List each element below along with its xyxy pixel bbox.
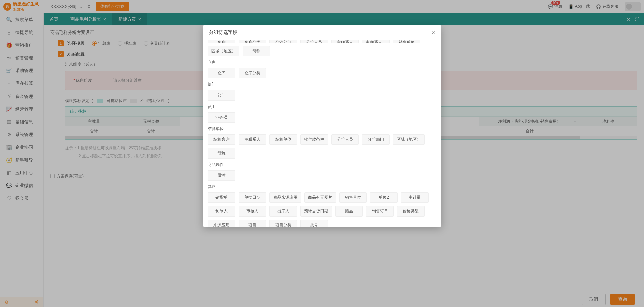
- field-chip[interactable]: 属性: [208, 170, 235, 181]
- modal-header: 分组待选字段 ✕: [203, 25, 441, 40]
- field-chip[interactable]: 审核人: [239, 206, 266, 217]
- field-chip[interactable]: 收付款条件: [300, 134, 328, 145]
- field-chip[interactable]: 商品来源应用: [269, 192, 301, 203]
- field-chip[interactable]: 仓库分类: [239, 68, 266, 78]
- field-chip[interactable]: 销售单位: [339, 192, 367, 203]
- field-chip[interactable]: 分管人员: [300, 40, 328, 43]
- group-title: 商品属性: [208, 162, 434, 168]
- field-chip[interactable]: 业务员: [208, 112, 235, 123]
- field-chip[interactable]: 分管部门: [269, 40, 297, 43]
- field-chip[interactable]: 区域（地区）: [393, 134, 425, 145]
- field-chip[interactable]: 分管部门: [362, 134, 390, 145]
- field-chip[interactable]: 批号: [300, 220, 328, 227]
- field-chip[interactable]: 预计交货日期: [300, 206, 332, 217]
- field-chip[interactable]: 简称: [243, 46, 270, 56]
- group-title: 员工: [208, 104, 434, 110]
- modal-title: 分组待选字段: [209, 29, 237, 36]
- field-chip[interactable]: 商品有无图片: [304, 192, 336, 203]
- field-chip[interactable]: 单据日期: [239, 192, 266, 203]
- field-chip[interactable]: 项目: [239, 220, 266, 227]
- field-group: 员工业务员: [208, 104, 434, 123]
- group-title: 结算单位: [208, 126, 434, 132]
- field-chip[interactable]: 主联系人: [239, 134, 266, 145]
- field-chip[interactable]: 来源应用: [208, 220, 235, 227]
- field-chip[interactable]: 销售单位: [393, 40, 420, 43]
- field-chip[interactable]: 出库人: [269, 206, 297, 217]
- field-chip-row: 属性: [208, 170, 434, 181]
- group-title: 仓库: [208, 60, 434, 65]
- field-chip[interactable]: 销货单: [208, 192, 235, 203]
- field-chip[interactable]: 销售订单: [366, 206, 394, 217]
- field-chip-row: 销货单单据日期商品来源应用商品有无图片销售单位单位2主计量制单人审核人出库人预计…: [208, 192, 434, 227]
- field-chip[interactable]: 简称: [208, 148, 235, 159]
- field-chip[interactable]: 区域（地区）: [208, 46, 239, 56]
- field-group: 部门部门: [208, 82, 434, 101]
- field-chip[interactable]: 主联系人…: [362, 40, 390, 43]
- field-chip-row-partial: 客户客户分类分管部门分管人员主联系人主联系人…销售单位: [208, 40, 434, 43]
- field-chip[interactable]: 客户: [208, 40, 235, 43]
- group-title: 其它: [208, 184, 434, 190]
- field-chip[interactable]: 单位2: [370, 192, 398, 203]
- field-group: 结算单位结算客户主联系人结算单位收付款条件分管人员分管部门区域（地区）简称: [208, 126, 434, 159]
- group-title: 部门: [208, 82, 434, 87]
- field-group: 仓库仓库仓库分类: [208, 60, 434, 78]
- group-fields-modal: 分组待选字段 ✕ 客户客户分类分管部门分管人员主联系人主联系人…销售单位 区域（…: [203, 25, 441, 227]
- field-chip[interactable]: 分管人员: [331, 134, 359, 145]
- field-chip[interactable]: 部门: [208, 90, 235, 101]
- field-chip[interactable]: 价格类型: [397, 206, 425, 217]
- field-chip-row: 仓库仓库分类: [208, 68, 434, 78]
- modal-overlay[interactable]: 分组待选字段 ✕ 客户客户分类分管部门分管人员主联系人主联系人…销售单位 区域（…: [0, 0, 644, 307]
- field-chip[interactable]: 客户分类: [239, 40, 266, 43]
- field-chip[interactable]: 主联系人: [331, 40, 359, 43]
- field-chip-row: 区域（地区）简称: [208, 46, 434, 56]
- field-chip[interactable]: 仓库: [208, 68, 235, 78]
- close-icon[interactable]: ✕: [431, 30, 435, 35]
- field-chip[interactable]: 制单人: [208, 206, 235, 217]
- field-group: 其它销货单单据日期商品来源应用商品有无图片销售单位单位2主计量制单人审核人出库人…: [208, 184, 434, 227]
- field-chip[interactable]: 主计量: [401, 192, 429, 203]
- field-chip[interactable]: 结算客户: [208, 134, 235, 145]
- field-group: 商品属性属性: [208, 162, 434, 181]
- field-chip[interactable]: 赠品: [335, 206, 363, 217]
- field-chip[interactable]: 项目分类: [269, 220, 297, 227]
- modal-body[interactable]: 客户客户分类分管部门分管人员主联系人主联系人…销售单位 区域（地区）简称 仓库仓…: [203, 40, 441, 227]
- field-chip[interactable]: 结算单位: [269, 134, 297, 145]
- field-chip-row: 业务员: [208, 112, 434, 123]
- field-chip-row: 结算客户主联系人结算单位收付款条件分管人员分管部门区域（地区）简称: [208, 134, 434, 159]
- field-chip-row: 部门: [208, 90, 434, 101]
